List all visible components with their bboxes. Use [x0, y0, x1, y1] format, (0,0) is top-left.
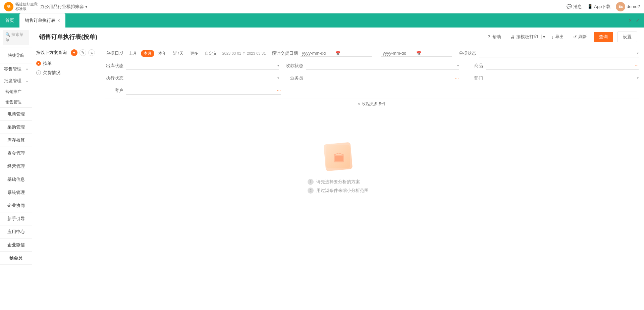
scheme-by-order[interactable]: ● 按单 — [36, 59, 95, 68]
salesperson-input[interactable] — [306, 75, 455, 81]
phone-icon: 📱 — [587, 4, 593, 9]
settings-button[interactable]: 设置 — [617, 32, 637, 42]
product-input[interactable] — [486, 63, 635, 68]
logo-icon: 畅 — [4, 2, 13, 11]
collapse-button[interactable]: ∧ 收起更多条件 — [357, 101, 386, 107]
date-tab-last-month[interactable]: 上月 — [126, 50, 140, 57]
payment-status-input[interactable] — [306, 63, 457, 68]
help-icon: ？ — [487, 34, 491, 40]
sidebar-item-newcomer[interactable]: 新手引导 — [0, 212, 32, 225]
user-profile[interactable]: Ea demo2 — [616, 2, 640, 11]
sidebar: 🔍 搜索菜单 快捷导航 零售管理 ▾ 批发管理 ▴ 营销推广 — [0, 28, 32, 310]
tab-home[interactable]: 首页 — [0, 13, 19, 28]
empty-state: 1 请先选择要分析的方案 2 用过滤条件来缩小分析范围 — [32, 113, 644, 220]
sidebar-search-area: 🔍 搜索菜单 — [0, 28, 32, 48]
dept-input[interactable] — [486, 75, 637, 81]
date-tab-7days[interactable]: 近7天 — [170, 50, 186, 57]
customer-input[interactable] — [126, 88, 277, 93]
chevron-down-icon: ▾ — [26, 67, 28, 71]
refresh-button[interactable]: ↺ 刷新 — [571, 33, 590, 41]
query-button[interactable]: 查询 — [594, 32, 613, 42]
breadcrumb-arrow-icon: ▾ — [85, 4, 88, 9]
avatar: Ea — [616, 2, 625, 11]
expand-window-button[interactable]: ⤢ — [635, 18, 640, 23]
empty-tip-1: 1 请先选择要分析的方案 — [308, 179, 369, 185]
edit-scheme-icon[interactable]: ✎ — [79, 49, 86, 56]
sidebar-item-sales-management[interactable]: 销售管理 — [0, 97, 32, 107]
refresh-icon: ↺ — [573, 35, 577, 40]
filter-fields: 单据日期 上月 本月 本年 近7天 更多 自定义 2023-03-01 至 20… — [99, 49, 644, 109]
help-button[interactable]: ？ 帮助 — [484, 33, 504, 41]
sidebar-item-enterprise-wechat[interactable]: 企业微信 — [0, 239, 32, 252]
execution-status-input[interactable] — [126, 75, 277, 81]
calendar-icon[interactable]: 📅 — [335, 51, 340, 56]
date-tab-current-year[interactable]: 本年 — [156, 50, 169, 57]
sidebar-item-app-center[interactable]: 应用中心 — [0, 225, 32, 239]
sidebar-item-quick-nav[interactable]: 快捷导航 — [0, 50, 32, 61]
sidebar-item-enterprise-collab[interactable]: 企业协同 — [0, 199, 32, 212]
close-window-button[interactable]: ✕ — [628, 18, 633, 23]
sidebar-section-header-retail[interactable]: 零售管理 ▾ — [0, 63, 32, 75]
print-dropdown-arrow-icon[interactable]: ▾ — [541, 35, 545, 39]
message-action[interactable]: 💬 消息 — [567, 4, 582, 10]
delivery-dropdown-icon[interactable]: ▾ — [277, 64, 279, 67]
content-area: 销售订单执行表(按单) ？ 帮助 🖨 按模板打印 ▾ ↓ 导出 — [32, 28, 644, 310]
calendar-icon-2[interactable]: 📅 — [416, 51, 421, 56]
template-print-button[interactable]: 🖨 按模板打印 — [508, 33, 541, 41]
order-status-dropdown-icon[interactable]: ▾ — [637, 51, 639, 55]
salesperson-wrap: ··· — [306, 74, 459, 82]
sidebar-item-system[interactable]: 系统管理 — [0, 186, 32, 199]
add-scheme-icon[interactable]: + — [71, 49, 77, 56]
breadcrumb[interactable]: 办公用品行业模拟账套 ▾ — [40, 4, 88, 10]
tab-sales-order[interactable]: 销售订单执行表 × — [19, 13, 65, 28]
execution-dropdown-icon[interactable]: ▾ — [277, 76, 279, 80]
sidebar-item-finance[interactable]: 资金管理 — [0, 147, 32, 160]
date-tab-custom[interactable]: 自定义 — [202, 50, 220, 57]
sidebar-section-header-wholesale[interactable]: 批发管理 ▴ — [0, 75, 32, 87]
sidebar-item-basic[interactable]: 基础信息 — [0, 173, 32, 186]
delivery-status-input[interactable] — [126, 63, 277, 68]
customer-wrap: ··· — [126, 86, 281, 95]
sidebar-item-purchase[interactable]: 采购管理 — [0, 121, 32, 134]
filter-scheme-panel: 按以下方案查询 + ✎ « ● 按单 — [32, 49, 99, 109]
collapse-scheme-icon[interactable]: « — [88, 49, 95, 56]
predicted-date-from-wrap: 📅 — [301, 50, 371, 57]
logo-text: 畅捷信好生意 标准版 — [15, 2, 38, 11]
date-tab-current-month[interactable]: 本月 — [141, 50, 154, 57]
collapse-icon: ∧ — [357, 101, 361, 106]
product-more-icon[interactable]: ··· — [635, 63, 639, 68]
sidebar-item-operations[interactable]: 经营管理 — [0, 160, 32, 173]
salesperson-more-icon[interactable]: ··· — [455, 75, 459, 81]
filter-salesperson-field: 业务员 ··· — [284, 74, 459, 82]
filter-row-1: 单据日期 上月 本月 本年 近7天 更多 自定义 2023-03-01 至 20… — [105, 49, 639, 57]
main-layout: 🔍 搜索菜单 快捷导航 零售管理 ▾ 批发管理 ▴ 营销推广 — [0, 28, 644, 310]
export-button[interactable]: ↓ 导出 — [549, 33, 567, 41]
execution-status-wrap: ▾ — [126, 74, 279, 82]
predicted-date-from-input[interactable] — [302, 51, 335, 56]
sidebar-item-ecommerce[interactable]: 电商管理 — [0, 108, 32, 121]
filter-scheme-header: 按以下方案查询 + ✎ « — [36, 49, 95, 56]
filter-product-field: 商品 ··· — [464, 61, 639, 70]
message-icon: 💬 — [567, 4, 572, 9]
order-status-input[interactable] — [479, 51, 637, 56]
page-title-bar: 销售订单执行表(按单) ？ 帮助 🖨 按模板打印 ▾ ↓ 导出 — [32, 28, 644, 45]
date-tab-more[interactable]: 更多 — [187, 50, 201, 57]
page-actions: ？ 帮助 🖨 按模板打印 ▾ ↓ 导出 ↺ 刷新 — [484, 32, 638, 42]
filter-customer-field: 客户 ··· — [105, 86, 281, 95]
export-icon: ↓ — [552, 35, 554, 40]
sidebar-item-marketing[interactable]: 营销推广 — [0, 87, 32, 97]
sidebar-item-member[interactable]: 畅会员 — [0, 252, 32, 265]
predicted-date-to-input[interactable] — [383, 51, 416, 56]
dept-dropdown-icon[interactable]: ▾ — [637, 76, 639, 80]
tab-close-icon[interactable]: × — [57, 18, 60, 23]
search-menu-button[interactable]: 🔍 搜索菜单 — [3, 30, 29, 45]
payment-dropdown-icon[interactable]: ▾ — [457, 64, 459, 67]
empty-icon-area — [321, 140, 355, 173]
sidebar-section-wholesale: 批发管理 ▴ 营销推广 销售管理 — [0, 75, 32, 108]
tab-bar: 首页 销售订单执行表 × ✕ ⤢ — [0, 13, 644, 28]
sidebar-item-inventory[interactable]: 库存核算 — [0, 134, 32, 147]
customer-more-icon[interactable]: ··· — [277, 88, 281, 93]
sidebar-section-retail: 零售管理 ▾ — [0, 63, 32, 75]
scheme-by-debt[interactable]: ○ 欠货情况 — [36, 68, 95, 78]
app-download-action[interactable]: 📱 App下载 — [587, 4, 610, 10]
